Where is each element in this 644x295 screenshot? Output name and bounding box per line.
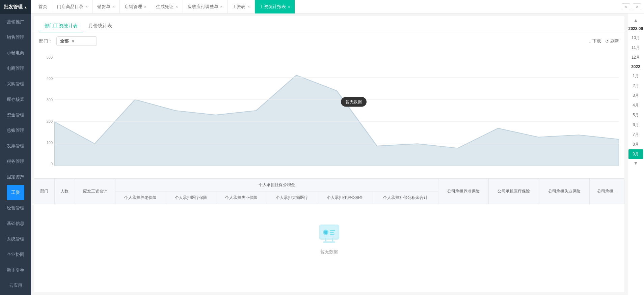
y-label: 400: [39, 77, 53, 81]
y-label: 0: [39, 162, 53, 166]
sidebar-item-assets[interactable]: 固定资产: [7, 169, 24, 185]
refresh-icon: ↺: [605, 39, 609, 44]
tab-close-sales-order[interactable]: ×: [112, 5, 114, 9]
timeline-item-12月[interactable]: 12月: [628, 53, 643, 62]
chart-no-data-bubble: 暂无数据: [341, 97, 367, 107]
table-header-group: 个人承担社保公积金: [115, 179, 438, 191]
table-header: 应发工资合计: [75, 179, 115, 204]
svg-point-8: [324, 231, 327, 234]
tab-close-product-catalog[interactable]: ×: [85, 5, 87, 9]
tab-close-all: × ×: [622, 3, 641, 10]
tab-voucher[interactable]: 生成凭证×: [151, 0, 183, 13]
dept-select[interactable]: 全部 ▼: [56, 36, 97, 46]
timeline-item-7月[interactable]: 7月: [628, 130, 643, 140]
tab-home[interactable]: 首页: [34, 0, 52, 13]
data-table: 部门人数应发工资合计个人承担社保公积金公司承担养老保险公司承担医疗保险公司承担失…: [34, 178, 624, 268]
tab-sales-order[interactable]: 销货单×: [92, 0, 119, 13]
sidebar-title: 批发管理: [4, 4, 23, 10]
sidebar-item-sales[interactable]: 销售管理: [7, 30, 24, 45]
table-header: 部门: [34, 179, 55, 204]
sidebar-item-inventory[interactable]: 库存核算: [7, 92, 24, 107]
tab-receivable[interactable]: 应收应付调整单×: [183, 0, 227, 13]
timeline-item-9月[interactable]: 9月: [628, 149, 643, 159]
close-right-button[interactable]: ×: [633, 3, 641, 10]
sub-tab-monthly-stats[interactable]: 月份统计表: [83, 20, 117, 32]
chart-main: 暂无数据: [54, 55, 619, 166]
refresh-button[interactable]: ↺ 刷新: [605, 38, 619, 44]
sidebar-item-operations[interactable]: 经营管理: [7, 200, 24, 216]
timeline-year-label: 2022.09: [628, 24, 643, 33]
tab-store-management[interactable]: 店铺管理×: [120, 0, 151, 13]
svg-rect-12: [325, 238, 326, 241]
timeline-item-4月[interactable]: 4月: [628, 100, 643, 110]
tab-close-receivable[interactable]: ×: [220, 5, 222, 9]
table-header: 公司承担养老保险: [438, 179, 489, 204]
table-header: 个人承担住房公积金: [317, 191, 373, 204]
svg-rect-14: [323, 241, 335, 243]
y-label: 300: [39, 98, 53, 102]
table-header: 公司承担...: [590, 179, 624, 204]
svg-rect-10: [330, 232, 334, 233]
no-data-text: 暂无数据: [346, 99, 362, 104]
empty-icon: [316, 218, 343, 245]
table-header: 个人承担养老保险: [115, 191, 166, 204]
sidebar-item-mini-ecommerce[interactable]: 小畅电商: [7, 45, 24, 61]
sidebar-item-tax[interactable]: 税务管理: [7, 154, 24, 169]
chart-area: 5004003002001000 暂无数据: [34, 50, 624, 178]
table-header: 个人承担社保公积金合计: [373, 191, 438, 204]
sidebar-item-ledger[interactable]: 总账管理: [7, 123, 24, 138]
sidebar-item-purchase[interactable]: 采购管理: [7, 76, 24, 92]
tab-product-catalog[interactable]: 门店商品目录×: [52, 0, 92, 13]
timeline-down-arrow[interactable]: ▼: [634, 159, 638, 167]
sidebar-item-system[interactable]: 系统管理: [7, 231, 24, 247]
chart-container: 5004003002001000 暂无数据: [39, 55, 619, 173]
refresh-label: 刷新: [610, 38, 619, 44]
table-header: 人数: [54, 179, 75, 204]
sidebar-item-guide[interactable]: 新手引导: [7, 262, 24, 278]
y-label: 500: [39, 55, 53, 59]
tab-close-voucher[interactable]: ×: [176, 5, 178, 9]
sidebar-item-finance[interactable]: 资金管理: [7, 107, 24, 123]
chart-svg: [54, 55, 619, 166]
timeline-item-11月[interactable]: 11月: [628, 43, 643, 53]
table-header: 公司承担医疗保险: [489, 179, 539, 204]
tab-close-salary-report[interactable]: ×: [288, 5, 290, 9]
timeline-up-arrow[interactable]: ▲: [634, 16, 638, 24]
sub-tabs: 部门工资统计表月份统计表: [34, 16, 624, 32]
tab-close-salary-table[interactable]: ×: [247, 5, 249, 9]
chart-area-path: [54, 75, 619, 166]
timeline-item-10月[interactable]: 10月: [628, 33, 643, 43]
sub-tab-dept-stats[interactable]: 部门工资统计表: [39, 20, 83, 32]
tab-salary-report[interactable]: 工资统计报表×: [255, 0, 295, 13]
y-label: 100: [39, 141, 53, 145]
table-area[interactable]: 部门人数应发工资合计个人承担社保公积金公司承担养老保险公司承担医疗保险公司承担失…: [34, 178, 624, 292]
sidebar-item-cloud-apps[interactable]: 云应用: [7, 278, 24, 293]
table-header: 个人承担失业保险: [216, 191, 267, 204]
timeline-item-2月[interactable]: 2月: [628, 81, 643, 91]
sidebar-item-salary[interactable]: 工资: [7, 185, 24, 200]
tab-close-store-management[interactable]: ×: [144, 5, 146, 9]
tab-salary-table[interactable]: 工资表×: [227, 0, 254, 13]
main-content: 首页门店商品目录×销货单×店铺管理×生成凭证×应收应付调整单×工资表×工资统计报…: [31, 0, 644, 295]
sidebar-header[interactable]: 批发管理 ▲: [0, 0, 31, 14]
sidebar-item-ecommerce[interactable]: 电商管理: [7, 61, 24, 76]
svg-rect-9: [330, 230, 335, 231]
sidebar-item-enterprise[interactable]: 企业协同: [7, 247, 24, 262]
sidebar: 批发管理 ▲ 营销推广销售管理小畅电商电商管理采购管理库存核算资金管理总账管理发…: [0, 0, 31, 295]
table-row: 暂无数据: [34, 204, 624, 269]
content-panel: 部门工资统计表月份统计表 部门： 全部 ▼ ↓ 下载: [34, 16, 624, 292]
sidebar-item-invoice[interactable]: 发票管理: [7, 138, 24, 154]
timeline-item-8月[interactable]: 8月: [628, 140, 643, 149]
settings-button[interactable]: ⚙: [0, 293, 31, 295]
close-all-button[interactable]: ×: [622, 3, 630, 10]
chevron-down-icon: ▼: [71, 39, 75, 44]
sidebar-item-basic-info[interactable]: 基础信息: [7, 216, 24, 231]
timeline-item-5月[interactable]: 5月: [628, 110, 643, 120]
download-button[interactable]: ↓ 下载: [589, 38, 601, 44]
empty-text: 暂无数据: [320, 249, 338, 255]
timeline-item-1月[interactable]: 1月: [628, 71, 643, 81]
dept-select-value: 全部: [60, 38, 69, 44]
timeline-item-3月[interactable]: 3月: [628, 91, 643, 100]
sidebar-item-marketing[interactable]: 营销推广: [7, 14, 24, 30]
timeline-item-6月[interactable]: 6月: [628, 120, 643, 130]
